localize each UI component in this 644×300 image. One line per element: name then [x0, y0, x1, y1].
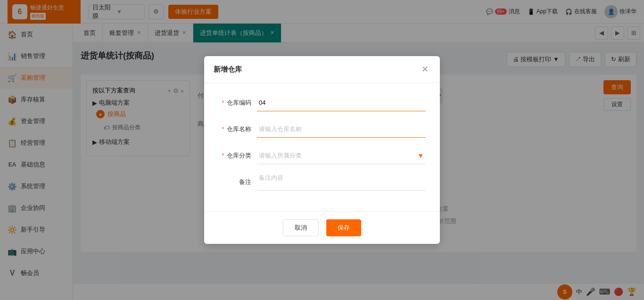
modal-close-btn[interactable]: ✕: [419, 64, 430, 75]
modal-overlay[interactable]: 新增仓库 ✕ * 仓库编码 * 仓库名称 document.queryS: [0, 0, 644, 300]
name-label: * 仓库名称: [218, 125, 251, 133]
warehouse-category-select[interactable]: 请输入所属分类: [257, 147, 426, 164]
category-label: * 仓库分类: [218, 151, 251, 160]
category-select-wrap: 请输入所属分类 ▼: [257, 147, 426, 164]
remark-field-row: 备注: [218, 174, 426, 191]
remark-label: 备注: [218, 178, 251, 186]
modal-title: 新增仓库: [214, 65, 242, 74]
warehouse-remark-input[interactable]: [257, 174, 426, 191]
modal-body: * 仓库编码 * 仓库名称 document.querySelector('[d…: [204, 83, 440, 211]
cancel-btn[interactable]: 取消: [283, 219, 319, 236]
code-required-star: *: [222, 99, 224, 106]
modal-header: 新增仓库 ✕: [204, 56, 440, 83]
category-required-star: *: [222, 152, 224, 159]
warehouse-code-input[interactable]: [257, 94, 426, 111]
new-warehouse-modal: 新增仓库 ✕ * 仓库编码 * 仓库名称 document.queryS: [204, 56, 440, 244]
name-required-star: *: [222, 125, 224, 133]
modal-footer: 取消 保存: [204, 211, 440, 244]
code-label: * 仓库编码: [218, 99, 251, 107]
category-field-row: * 仓库分类 请输入所属分类 ▼: [218, 147, 426, 164]
save-btn[interactable]: 保存: [326, 219, 361, 236]
name-field-row: * 仓库名称 document.querySelector('[data-nam…: [218, 121, 426, 138]
warehouse-name-input[interactable]: [257, 121, 426, 138]
code-field-row: * 仓库编码: [218, 94, 426, 111]
